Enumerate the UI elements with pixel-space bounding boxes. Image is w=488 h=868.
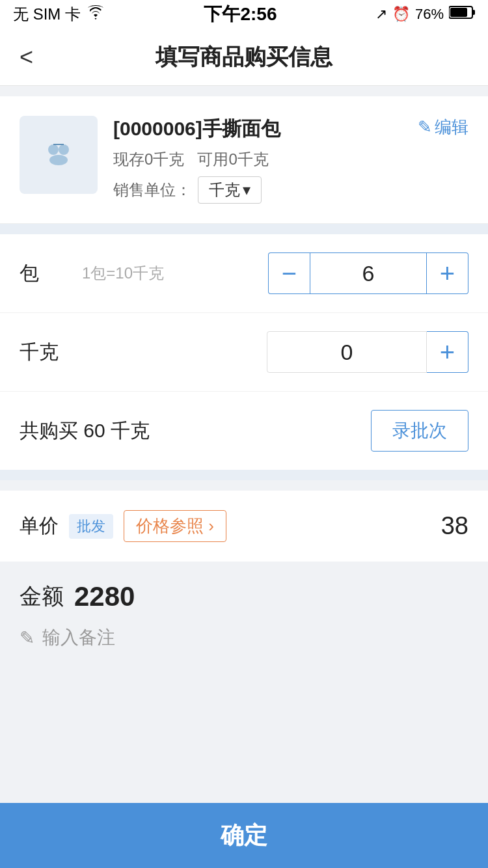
price-tag: 批发	[69, 514, 113, 539]
product-card: [0000006]手撕面包 现存0千克 可用0千克 销售单位： 千克 ▾ ✎ 编…	[0, 96, 488, 224]
price-reference-button[interactable]: 价格参照 ›	[124, 510, 226, 542]
wifi-icon	[86, 5, 105, 23]
price-row: 单价 批发 价格参照 › 38	[20, 510, 468, 542]
amount-section: 金额 2280 ✎ 输入备注	[0, 562, 488, 657]
kg-quantity-input[interactable]	[267, 331, 427, 373]
total-row: 共购买 60 千克 录批次	[0, 392, 488, 470]
section-divider-2	[0, 470, 488, 480]
kg-row: 千克 +	[0, 313, 488, 392]
bag-label: 包	[20, 260, 72, 287]
svg-rect-2	[450, 8, 467, 17]
edit-button[interactable]: ✎ 编辑	[418, 116, 468, 139]
svg-point-5	[49, 155, 68, 165]
bag-quantity-input[interactable]	[310, 252, 427, 294]
edit-icon: ✎	[418, 117, 432, 137]
input-section: 包 1包=10千克 − + 千克 +	[0, 234, 488, 392]
product-image	[20, 116, 98, 194]
remark-placeholder: 输入备注	[42, 625, 115, 650]
location-icon: ↗	[375, 6, 387, 23]
unit-select[interactable]: 千克 ▾	[198, 176, 262, 204]
product-unit: 销售单位： 千克 ▾	[113, 176, 402, 204]
batch-button[interactable]: 录批次	[371, 410, 468, 452]
bag-increment-button[interactable]: +	[427, 252, 468, 294]
status-right: ↗ ⏰ 76%	[375, 5, 475, 23]
bag-decrement-button[interactable]: −	[268, 252, 310, 294]
dropdown-icon: ▾	[243, 181, 251, 199]
status-bar: 无 SIM 卡 下午2:56 ↗ ⏰ 76%	[0, 0, 488, 29]
bag-control: − +	[268, 252, 468, 294]
price-label: 单价	[20, 513, 59, 539]
battery-icon	[449, 5, 475, 23]
amount-label: 金额	[20, 582, 64, 612]
remark-row[interactable]: ✎ 输入备注	[20, 625, 468, 650]
kg-control: +	[267, 331, 468, 373]
bag-hint: 1包=10千克	[82, 263, 258, 284]
svg-rect-1	[472, 10, 475, 15]
amount-row: 金额 2280	[20, 581, 468, 612]
edit-remark-icon: ✎	[20, 627, 34, 649]
svg-point-4	[59, 144, 69, 155]
product-stock: 现存0千克 可用0千克	[113, 149, 402, 170]
svg-point-3	[48, 144, 59, 155]
confirm-button-label: 确定	[221, 820, 267, 852]
back-button[interactable]: <	[20, 44, 33, 71]
bag-row: 包 1包=10千克 − +	[0, 234, 488, 313]
product-info: [0000006]手撕面包 现存0千克 可用0千克 销售单位： 千克 ▾	[113, 116, 402, 204]
amount-value: 2280	[74, 581, 135, 612]
kg-label: 千克	[20, 339, 72, 366]
carrier-label: 无 SIM 卡	[13, 4, 81, 25]
price-section: 单价 批发 价格参照 › 38	[0, 491, 488, 562]
product-name: [0000006]手撕面包	[113, 116, 402, 142]
confirm-button[interactable]: 确定	[0, 803, 488, 868]
section-divider-1	[0, 224, 488, 234]
alarm-icon: ⏰	[392, 6, 410, 23]
price-value: 38	[441, 512, 468, 540]
status-left: 无 SIM 卡	[13, 4, 105, 25]
status-time: 下午2:56	[204, 2, 277, 27]
total-label: 共购买 60 千克	[20, 418, 150, 444]
battery-label: 76%	[415, 6, 444, 23]
kg-increment-button[interactable]: +	[427, 331, 468, 373]
nav-bar: < 填写商品购买信息	[0, 29, 488, 86]
page-title: 填写商品购买信息	[156, 42, 332, 72]
